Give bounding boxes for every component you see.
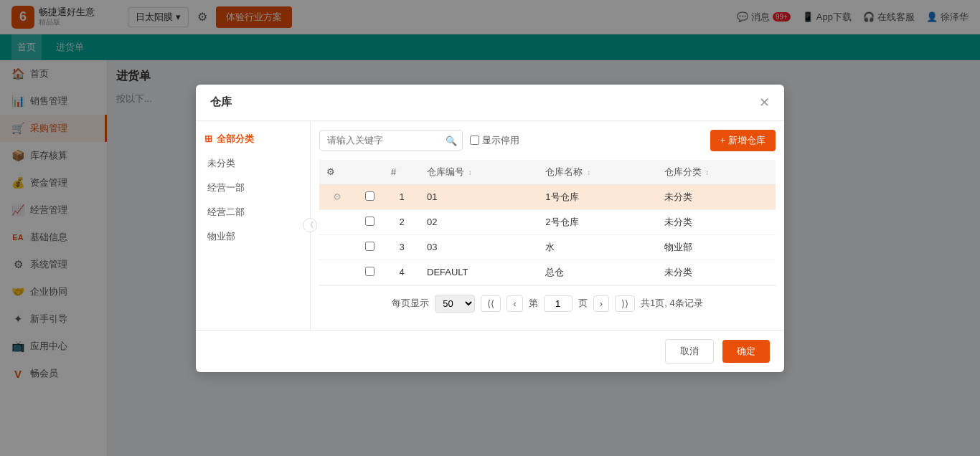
row-code: DEFAULT xyxy=(420,260,538,285)
search-icon[interactable]: 🔍 xyxy=(446,135,457,146)
show-disabled-label[interactable]: 显示停用 xyxy=(470,134,519,147)
col-checkbox xyxy=(355,160,384,185)
cancel-btn[interactable]: 取消 xyxy=(665,339,714,364)
col-gear: ⚙ xyxy=(319,160,355,185)
row-num: 2 xyxy=(384,209,420,234)
next-page-btn[interactable]: › xyxy=(593,295,609,312)
row-gear[interactable] xyxy=(319,260,355,285)
close-icon[interactable]: ✕ xyxy=(759,95,770,110)
cat-item-ops2[interactable]: 经营二部 xyxy=(196,200,310,224)
row-gear[interactable]: ⚙ xyxy=(319,184,355,209)
all-categories[interactable]: ⊞ 全部分类 xyxy=(196,127,310,151)
show-disabled-text: 显示停用 xyxy=(482,134,519,147)
row-category: 未分类 xyxy=(657,184,776,209)
row-num: 1 xyxy=(384,184,420,209)
table-row[interactable]: 2 02 2号仓库 未分类 xyxy=(319,209,776,234)
modal-header: 仓库 ✕ xyxy=(196,85,784,121)
all-categories-label: 全部分类 xyxy=(217,133,254,146)
col-num: # xyxy=(384,160,420,185)
table-row[interactable]: ⚙ 1 01 1号仓库 未分类 xyxy=(319,184,776,209)
col-name[interactable]: 仓库名称 ↕ xyxy=(538,160,656,185)
cat-item-ops1[interactable]: 经营一部 xyxy=(196,176,310,200)
row-num: 4 xyxy=(384,260,420,285)
row-num: 3 xyxy=(384,234,420,260)
row-gear[interactable] xyxy=(319,234,355,260)
row-category: 未分类 xyxy=(657,260,776,285)
row-name: 2号仓库 xyxy=(538,209,656,234)
row-code: 01 xyxy=(420,184,538,209)
modal-main: 🔍 显示停用 + 新增仓库 ⚙ xyxy=(311,121,784,330)
row-name: 总仓 xyxy=(538,260,656,285)
warehouse-modal: 仓库 ✕ ⊞ 全部分类 未分类 经营一部 经营二部 物业部 《 xyxy=(196,85,784,372)
row-name: 1号仓库 xyxy=(538,184,656,209)
last-page-btn[interactable]: ⟩⟩ xyxy=(615,295,635,312)
search-input-wrap: 🔍 xyxy=(319,130,463,151)
prev-page-btn[interactable]: ‹ xyxy=(507,295,522,312)
modal-footer: 取消 确定 xyxy=(196,330,784,372)
row-code: 03 xyxy=(420,234,538,260)
per-page-label: 每页显示 xyxy=(392,297,429,310)
modal-body: ⊞ 全部分类 未分类 经营一部 经营二部 物业部 《 🔍 xyxy=(196,121,784,330)
row-name: 水 xyxy=(538,234,656,260)
pagination: 每页显示 50 100 200 ⟨⟨ ‹ 第 页 › ⟩⟩ 共1页, 4条记录 xyxy=(319,285,776,321)
search-bar: 🔍 显示停用 + 新增仓库 xyxy=(319,130,776,151)
table-container: ⚙ # 仓库编号 ↕ 仓库名称 ↕ 仓库分类 ↕ ⚙ xyxy=(319,160,776,285)
row-checkbox[interactable] xyxy=(355,260,384,285)
warehouse-table: ⚙ # 仓库编号 ↕ 仓库名称 ↕ 仓库分类 ↕ ⚙ xyxy=(319,160,776,285)
page-label: 第 xyxy=(529,297,538,310)
cat-item-unclassified[interactable]: 未分类 xyxy=(196,151,310,176)
confirm-btn[interactable]: 确定 xyxy=(722,340,770,363)
show-disabled-checkbox[interactable] xyxy=(470,136,479,145)
table-row[interactable]: 3 03 水 物业部 xyxy=(319,234,776,260)
col-category[interactable]: 仓库分类 ↕ xyxy=(657,160,776,185)
modal-title: 仓库 xyxy=(210,95,232,109)
grid-icon: ⊞ xyxy=(204,133,212,144)
total-info: 共1页, 4条记录 xyxy=(641,297,703,310)
table-row[interactable]: 4 DEFAULT 总仓 未分类 xyxy=(319,260,776,285)
row-category: 物业部 xyxy=(657,234,776,260)
row-category: 未分类 xyxy=(657,209,776,234)
category-sidebar: ⊞ 全部分类 未分类 经营一部 经营二部 物业部 《 xyxy=(196,121,311,330)
modal-overlay[interactable]: 仓库 ✕ ⊞ 全部分类 未分类 经营一部 经营二部 物业部 《 xyxy=(0,0,980,456)
row-checkbox[interactable] xyxy=(355,184,384,209)
first-page-btn[interactable]: ⟨⟨ xyxy=(481,295,501,312)
cat-item-property[interactable]: 物业部 xyxy=(196,224,310,249)
col-code[interactable]: 仓库编号 ↕ xyxy=(420,160,538,185)
page-unit: 页 xyxy=(578,297,588,310)
add-warehouse-btn[interactable]: + 新增仓库 xyxy=(710,130,776,151)
row-code: 02 xyxy=(420,209,538,234)
search-input[interactable] xyxy=(319,130,463,151)
row-gear[interactable] xyxy=(319,209,355,234)
page-input[interactable] xyxy=(544,295,573,312)
collapse-btn[interactable]: 《 xyxy=(303,218,317,232)
row-checkbox[interactable] xyxy=(355,234,384,260)
per-page-select[interactable]: 50 100 200 xyxy=(435,295,475,313)
row-checkbox[interactable] xyxy=(355,209,384,234)
